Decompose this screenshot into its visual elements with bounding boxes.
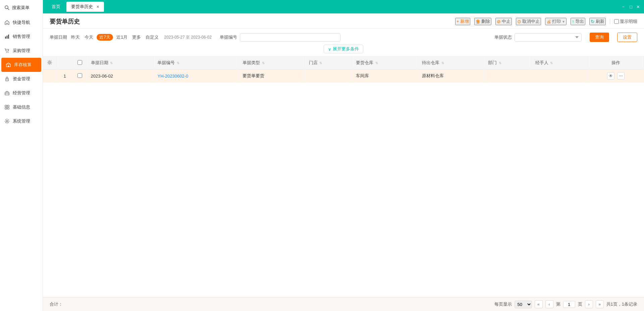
date-option-last1month[interactable]: 近1月 <box>115 34 129 41</box>
new-button[interactable]: + 新增 <box>455 18 470 25</box>
next-page-button[interactable]: › <box>585 300 593 308</box>
col-date: 单据日期 ⇅ <box>87 56 153 70</box>
svg-rect-13 <box>5 105 7 107</box>
select-all-checkbox[interactable] <box>77 60 82 65</box>
expand-conditions-button[interactable]: ∨ 展开更多条件 <box>324 45 363 53</box>
sidebar-item-label: 销售管理 <box>13 34 30 40</box>
grid-icon <box>4 104 10 110</box>
row-checkbox[interactable] <box>77 73 82 78</box>
sidebar-item-purchase[interactable]: 采购管理 <box>0 44 43 58</box>
date-option-last7days[interactable]: 近7天 <box>97 34 113 41</box>
export-button[interactable]: ↑ 导出 <box>571 18 585 25</box>
display-detail-checkbox-label[interactable]: 显示明细 <box>614 18 637 25</box>
doc-number-input[interactable] <box>240 33 340 42</box>
page-title: 要货单历史 <box>50 17 80 26</box>
tab-home[interactable]: 首页 <box>47 2 65 12</box>
cancel-stop-button[interactable]: ⊙ 取消中止 <box>516 18 541 25</box>
sidebar-item-finance[interactable]: 资金管理 <box>0 72 43 86</box>
sort-dept-icon[interactable]: ⇅ <box>499 61 501 65</box>
print-button[interactable]: 🖨 打印 ▼ <box>545 18 567 25</box>
page-number-input[interactable] <box>563 301 575 308</box>
row-doctype-cell: 要货单要货 <box>238 70 305 83</box>
sort-docnum-icon[interactable]: ⇅ <box>177 61 179 65</box>
col-settings[interactable] <box>43 56 56 70</box>
col-check[interactable] <box>73 56 87 70</box>
maximize-button[interactable]: □ <box>630 4 632 9</box>
stop-button[interactable]: ⊘ 中止 <box>495 18 512 25</box>
col-date-label: 单据日期 <box>91 60 108 65</box>
print-icon: 🖨 <box>546 19 551 24</box>
doc-number-link[interactable]: YH-20230602-0 <box>157 74 188 79</box>
row-more-button[interactable]: ⋯ <box>617 72 625 80</box>
sort-date-icon[interactable]: ⇅ <box>110 61 113 65</box>
sort-pendwh-icon[interactable]: ⇅ <box>441 61 444 65</box>
chevron-down-icon: ∨ <box>328 47 331 52</box>
settings-button[interactable]: 设置 <box>617 33 637 42</box>
toolbar-divider <box>610 19 610 24</box>
topbar-controls: － □ ✕ <box>621 4 640 10</box>
sort-doctype-icon[interactable]: ⇅ <box>262 61 265 65</box>
col-handler-label: 经手人 <box>535 60 548 65</box>
sidebar-search[interactable]: 搜索菜单 <box>0 0 43 15</box>
briefcase-icon <box>4 90 10 96</box>
date-option-more[interactable]: 更多 <box>131 34 142 41</box>
prev-page-button[interactable]: ‹ <box>545 300 553 308</box>
refresh-button[interactable]: ↻ 刷新 <box>589 18 606 25</box>
svg-rect-2 <box>5 37 6 39</box>
delete-button[interactable]: 🗑 删除 <box>474 18 491 25</box>
col-doc-number-label: 单据编号 <box>157 60 175 65</box>
sidebar-item-quick-nav[interactable]: 快捷导航 <box>0 15 43 30</box>
sort-handler-icon[interactable]: ⇅ <box>550 61 553 65</box>
sidebar-item-label: 采购管理 <box>13 48 30 54</box>
svg-point-17 <box>6 121 8 122</box>
col-department-label: 部门 <box>488 60 497 65</box>
tab-requisition-history[interactable]: 要货单历史 ✕ <box>66 2 104 12</box>
cart-icon <box>4 48 10 54</box>
first-page-button[interactable]: « <box>535 300 543 308</box>
display-detail-checkbox[interactable] <box>614 19 619 24</box>
tab-home-label: 首页 <box>52 4 60 10</box>
row-check-cell[interactable] <box>73 70 87 83</box>
home-icon <box>4 19 10 26</box>
sort-reqwh-icon[interactable]: ⇅ <box>375 61 378 65</box>
col-doc-type-label: 单据类型 <box>243 60 260 65</box>
tab-requisition-history-label: 要货单历史 <box>71 4 93 10</box>
sidebar-item-system[interactable]: 系统管理 <box>0 114 43 128</box>
sidebar-item-basic-info[interactable]: 基础信息 <box>0 100 43 114</box>
date-option-today[interactable]: 今天 <box>83 34 95 41</box>
close-button[interactable]: ✕ <box>636 4 640 9</box>
row-view-button[interactable]: 👁 <box>607 72 614 80</box>
house-icon <box>5 62 11 68</box>
sidebar-search-label: 搜索菜单 <box>12 5 30 11</box>
minimize-button[interactable]: － <box>621 4 626 10</box>
stop-label: 中止 <box>502 18 511 25</box>
row-store-cell <box>305 70 352 83</box>
col-store: 门店 ⇅ <box>305 56 352 70</box>
chart-icon <box>4 34 10 40</box>
expand-label: 展开更多条件 <box>333 46 359 52</box>
row-dept-cell <box>484 70 531 83</box>
tab-close-icon[interactable]: ✕ <box>96 5 99 9</box>
pagination: 每页显示 10 20 50 100 « ‹ 第 页 › » 共1页，1条记录 <box>494 300 637 308</box>
sidebar-item-label: 基础信息 <box>13 104 30 110</box>
cancel-stop-icon: ⊙ <box>517 19 521 24</box>
last-page-button[interactable]: » <box>596 300 604 308</box>
date-option-custom[interactable]: 自定义 <box>144 34 160 41</box>
date-options: 昨天 今天 近7天 近1月 更多 自定义 <box>70 34 160 41</box>
sidebar-item-inventory[interactable]: 库存核算 <box>1 58 41 72</box>
expand-row: ∨ 展开更多条件 <box>50 45 637 53</box>
svg-point-5 <box>6 52 7 53</box>
status-select[interactable] <box>515 33 582 42</box>
sidebar-item-operation[interactable]: 经营管理 <box>0 86 43 100</box>
date-option-yesterday[interactable]: 昨天 <box>70 34 81 41</box>
sidebar-item-label: 系统管理 <box>13 118 30 124</box>
lock-icon <box>4 76 10 82</box>
per-page-select[interactable]: 10 20 50 100 <box>515 301 532 308</box>
requisition-table: 单据日期 ⇅ 单据编号 ⇅ 单据类型 ⇅ 门店 <box>43 56 644 83</box>
sort-store-icon[interactable]: ⇅ <box>319 61 322 65</box>
total-label: 合计： <box>50 301 63 307</box>
page-suffix: 页 <box>578 301 582 307</box>
query-button[interactable]: 查询 <box>590 33 609 42</box>
sidebar-item-sales[interactable]: 销售管理 <box>0 30 43 44</box>
date-filter-group: 单据日期 昨天 今天 近7天 近1月 更多 自定义 2023-05-27 至 2… <box>50 34 212 41</box>
